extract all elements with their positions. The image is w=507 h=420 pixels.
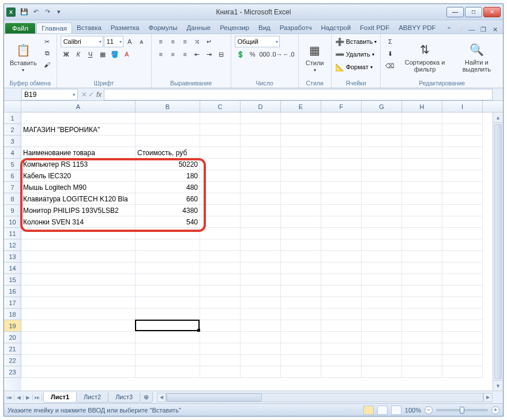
cell-E1[interactable] <box>281 112 321 124</box>
cell-E15[interactable] <box>281 274 321 286</box>
cell-F23[interactable] <box>321 366 362 378</box>
zoom-thumb[interactable] <box>460 407 464 414</box>
row-header-21[interactable]: 21 <box>4 343 21 355</box>
cell-I22[interactable] <box>442 355 483 366</box>
cell-I6[interactable] <box>442 170 483 182</box>
cell-I13[interactable] <box>442 251 483 262</box>
cell-H11[interactable] <box>402 228 442 239</box>
cell-G5[interactable] <box>362 159 402 170</box>
cell-A8[interactable]: Клавиатура LOGITECH K120 Bla <box>21 193 136 205</box>
cell-I17[interactable] <box>442 297 483 309</box>
sheet-tab-1[interactable]: Лист2 <box>76 392 108 403</box>
cell-C5[interactable] <box>200 159 241 170</box>
cell-I9[interactable] <box>442 205 483 216</box>
cell-I20[interactable] <box>442 332 483 343</box>
border-icon[interactable]: ▦ <box>97 48 108 60</box>
cell-G17[interactable] <box>362 297 402 309</box>
help-icon[interactable]: ❔ <box>455 26 466 33</box>
cell-H8[interactable] <box>402 193 442 205</box>
cell-A4[interactable]: Наименование товара <box>21 147 136 159</box>
cell-G22[interactable] <box>362 355 402 366</box>
decrease-indent-icon[interactable]: ⇤ <box>191 48 203 60</box>
cell-H17[interactable] <box>402 297 442 309</box>
cell-C11[interactable] <box>200 228 241 239</box>
scroll-up-icon[interactable]: ▲ <box>493 112 503 123</box>
page-break-view-button[interactable] <box>391 406 401 415</box>
cell-C6[interactable] <box>200 170 241 182</box>
sheet-tab-2[interactable]: Лист3 <box>108 392 140 403</box>
cell-H6[interactable] <box>402 170 442 182</box>
cell-G9[interactable] <box>362 205 402 216</box>
row-header-19[interactable]: 19 <box>4 320 21 332</box>
cell-E9[interactable] <box>281 205 321 216</box>
cell-F11[interactable] <box>321 228 362 239</box>
close-button[interactable]: ✕ <box>483 7 501 17</box>
cell-A11[interactable] <box>21 228 136 239</box>
cell-A1[interactable] <box>21 112 136 124</box>
cell-E11[interactable] <box>281 228 321 239</box>
cell-B6[interactable]: 180 <box>136 170 200 182</box>
cell-F21[interactable] <box>321 343 362 355</box>
paste-button[interactable]: 📋 Вставить ▾ <box>7 36 39 78</box>
cell-D1[interactable] <box>241 112 281 124</box>
cell-D9[interactable] <box>241 205 281 216</box>
cell-G13[interactable] <box>362 251 402 262</box>
cell-G21[interactable] <box>362 343 402 355</box>
cell-B2[interactable] <box>136 124 200 136</box>
ribbon-tab-9[interactable]: Foxit PDF <box>355 22 394 33</box>
doc-close-icon[interactable]: ✕ <box>489 26 501 33</box>
cell-I21[interactable] <box>442 343 483 355</box>
cell-I16[interactable] <box>442 286 483 297</box>
cell-H5[interactable] <box>402 159 442 170</box>
cell-H18[interactable] <box>402 309 442 320</box>
cell-B10[interactable]: 540 <box>136 216 200 228</box>
align-right-icon[interactable]: ≡ <box>179 48 191 60</box>
cell-A2[interactable]: МАГАЗИН "ВЕРОНИКА" <box>21 124 136 136</box>
underline-icon[interactable]: Ч <box>85 48 96 60</box>
align-center-icon[interactable]: ≡ <box>167 48 179 60</box>
cell-B1[interactable] <box>136 112 200 124</box>
align-left-icon[interactable]: ≡ <box>155 48 167 60</box>
autosum-icon[interactable]: Σ <box>384 36 396 47</box>
cell-B8[interactable]: 660 <box>136 193 200 205</box>
cell-C1[interactable] <box>200 112 241 124</box>
cell-A23[interactable] <box>21 366 136 378</box>
cell-H16[interactable] <box>402 286 442 297</box>
cell-B16[interactable] <box>136 286 200 297</box>
cell-B4[interactable]: Стоимость, руб <box>136 147 200 159</box>
minimize-button[interactable]: — <box>446 7 464 17</box>
zoom-level[interactable]: 100% <box>405 407 421 414</box>
delete-cells-button[interactable]: Удалить <box>346 51 370 58</box>
cell-G11[interactable] <box>362 228 402 239</box>
cell-H10[interactable] <box>402 216 442 228</box>
ribbon-tab-0[interactable]: Главная <box>36 22 72 33</box>
cell-D7[interactable] <box>241 182 281 193</box>
cell-H9[interactable] <box>402 205 442 216</box>
row-header-11[interactable]: 11 <box>4 228 21 239</box>
clear-icon[interactable]: ⌫ <box>384 60 396 72</box>
cell-F20[interactable] <box>321 332 362 343</box>
cell-I4[interactable] <box>442 147 483 159</box>
column-header-A[interactable]: A <box>21 101 136 112</box>
cell-C23[interactable] <box>200 366 241 378</box>
scroll-thumb[interactable] <box>494 124 502 379</box>
currency-icon[interactable]: 💲 <box>235 48 246 60</box>
sheet-nav-last-icon[interactable]: ⏭ <box>33 395 42 400</box>
row-header-2[interactable]: 2 <box>4 124 21 136</box>
wrap-text-icon[interactable]: ↵ <box>204 36 215 47</box>
comma-icon[interactable]: 000 <box>259 48 271 60</box>
cell-A22[interactable] <box>21 355 136 366</box>
row-header-22[interactable]: 22 <box>4 355 21 366</box>
cell-D6[interactable] <box>241 170 281 182</box>
cell-C19[interactable] <box>200 320 241 332</box>
column-header-G[interactable]: G <box>362 101 402 112</box>
row-header-1[interactable]: 1 <box>4 112 21 124</box>
ribbon-tab-7[interactable]: Разработч <box>275 22 317 33</box>
cell-C10[interactable] <box>200 216 241 228</box>
cell-H3[interactable] <box>402 136 442 147</box>
cell-B11[interactable] <box>136 228 200 239</box>
cell-C3[interactable] <box>200 136 241 147</box>
cell-D2[interactable] <box>241 124 281 136</box>
cell-H2[interactable] <box>402 124 442 136</box>
cell-I19[interactable] <box>442 320 483 332</box>
